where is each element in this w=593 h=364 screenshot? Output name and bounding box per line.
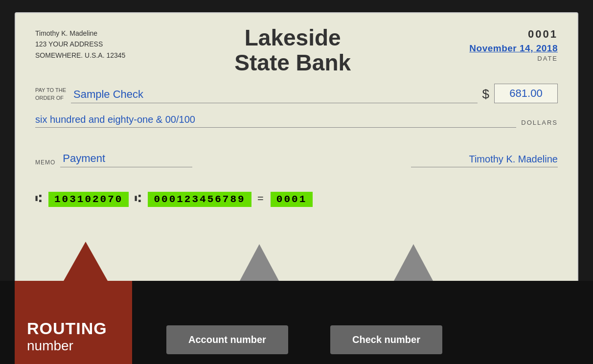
routing-label: ROUTING number <box>15 281 132 364</box>
account-number-label: Account number <box>166 325 288 354</box>
check-address-block: Timothy K. Madeline 123 YOUR ADDRESS SOM… <box>35 28 125 61</box>
signature-section: Timothy K. Madeline <box>197 154 558 167</box>
written-amount-section: six hundred and eighty-one & 00/100 DOLL… <box>35 114 558 128</box>
account-number: 000123456789 <box>148 192 251 207</box>
check-header: Timothy K. Madeline 123 YOUR ADDRESS SOM… <box>35 28 558 75</box>
payer-address-2: SOMEWHERE. U.S.A. 12345 <box>35 50 125 61</box>
micr-equals: = <box>257 193 265 205</box>
date-label: DATE <box>537 55 558 62</box>
routing-number: 103102070 <box>48 192 129 207</box>
micr-start-colon: ⑆ <box>35 193 43 205</box>
date-value: November 14, 2018 <box>469 43 558 54</box>
payer-address-1: 123 YOUR ADDRESS <box>35 39 125 49</box>
check-number-arrow <box>394 244 433 281</box>
check-number-label: Check number <box>330 325 442 354</box>
routing-label-top: ROUTING <box>27 319 120 338</box>
payee-name: Sample Check <box>73 88 143 100</box>
payer-name: Timothy K. Madeline <box>35 28 125 39</box>
bank-name: Lakeside State Bank <box>125 25 460 75</box>
memo-section: MEMO Payment Timothy K. Madeline <box>35 152 558 167</box>
micr-line: ⑆ 103102070 ⑆ 000123456789 = 0001 <box>35 192 558 207</box>
pay-to-label: PAY TO THEORDER OF <box>35 87 66 103</box>
pay-to-section: PAY TO THEORDER OF Sample Check $ 681.00 <box>35 84 558 103</box>
check-number-micr: 0001 <box>271 192 313 207</box>
signature-line: Timothy K. Madeline <box>411 154 558 167</box>
bottom-bar: ROUTING number Account number Check numb… <box>0 281 593 364</box>
account-arrow <box>240 244 279 281</box>
routing-label-bottom: number <box>27 338 120 354</box>
micr-end-colon: ⑆ <box>135 193 142 205</box>
signature-name: Timothy K. Madeline <box>469 154 558 164</box>
dollar-sign: $ <box>482 87 489 103</box>
memo-line: Payment <box>60 152 192 167</box>
amount-box: 681.00 <box>494 84 558 103</box>
written-amount: six hundred and eighty-one & 00/100 <box>35 114 516 128</box>
dollars-label: DOLLARS <box>521 119 558 128</box>
routing-arrow <box>64 242 108 281</box>
memo-label: MEMO <box>35 159 55 167</box>
check-number-top: 0001 <box>519 28 558 41</box>
date-section: November 14, 2018 DATE <box>469 43 558 62</box>
payee-line: Sample Check <box>71 88 478 103</box>
memo-value: Payment <box>63 152 105 164</box>
